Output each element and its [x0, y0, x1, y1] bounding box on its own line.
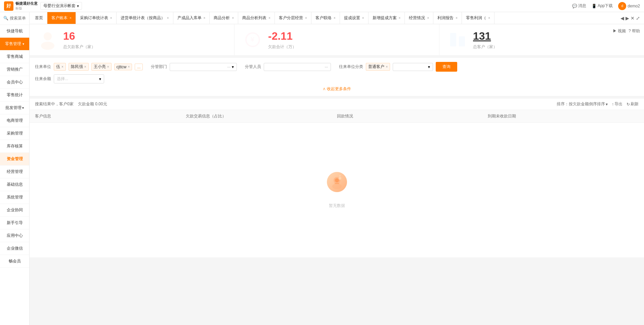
tab-close-icon[interactable]: ×: [167, 16, 169, 20]
sidebar-item-inventory[interactable]: 库存核算: [0, 140, 29, 153]
svg-text:¥: ¥: [250, 36, 255, 43]
stat-icon-building: [447, 30, 468, 50]
empty-text: 暂无数据: [329, 203, 345, 209]
top-bar-left: 好 畅捷通好生意 标版 母婴行业演示帐套 ▾: [4, 1, 82, 11]
sidebar-item-marketing[interactable]: 营销推广: [0, 63, 29, 76]
filter-more-btn[interactable]: ...: [135, 64, 143, 70]
sidebar-item-quick-nav[interactable]: 快捷导航: [0, 25, 29, 38]
sidebar-item-retail-manage[interactable]: 零售管理 ▾: [0, 38, 29, 50]
tab-close-icon[interactable]: ×: [110, 16, 112, 20]
video-help-btn[interactable]: ▶ 视频: [613, 28, 626, 34]
refresh-btn[interactable]: ↻ 刷新: [627, 101, 639, 107]
search-button[interactable]: 查询: [436, 62, 457, 72]
chevron-down-icon: ▾: [428, 65, 430, 69]
sidebar-item-ecommerce[interactable]: 电商管理: [0, 114, 29, 127]
table-header: 客户信息 欠款交易信息（占比） 回款情况 到期未收款日期: [30, 110, 644, 123]
tab-close-icon[interactable]: ×: [232, 16, 234, 20]
tab-close-all-icon[interactable]: ✕: [631, 15, 635, 21]
sidebar-item-enterprise-coop[interactable]: 企业协同: [0, 204, 29, 217]
more-options-icon: ···: [325, 65, 328, 69]
user-area[interactable]: d demo2: [618, 2, 640, 10]
help-btn[interactable]: ? 帮助: [629, 28, 640, 34]
tab-fullscreen-icon[interactable]: ⤢: [636, 15, 640, 21]
tab-add-commission-plan[interactable]: 新增提成方案 ×: [369, 12, 405, 24]
tab-close-icon[interactable]: ×: [456, 16, 458, 20]
app-download-btn[interactable]: 📱 App下载: [592, 3, 613, 9]
tab-prev-icon[interactable]: ◀: [620, 15, 624, 21]
tab-home[interactable]: 首页: [31, 12, 47, 24]
tab-close-icon[interactable]: ×: [362, 16, 364, 20]
tab-business-status[interactable]: 经营情况 ×: [405, 12, 433, 24]
message-btn[interactable]: 💬 消息: [572, 3, 586, 9]
content-area: 首页 客户账本 × 采购订单统计表 × 进货单统计表（按商品） × 产成品入库单…: [30, 12, 644, 325]
sidebar-item-finance[interactable]: 资金管理: [0, 153, 29, 166]
sidebar-item-app-center[interactable]: 应用中心: [0, 229, 29, 242]
filter-tag-close[interactable]: ×: [107, 65, 109, 69]
tab-close-icon[interactable]: ×: [427, 16, 429, 20]
tab-close-icon[interactable]: ×: [268, 16, 270, 20]
tab-goods-stats[interactable]: 进货单统计表（按商品） ×: [117, 12, 173, 24]
sidebar-item-new-guide[interactable]: 新手引导: [0, 217, 29, 229]
avatar: d: [618, 2, 626, 10]
filter-person-label: 分管人员: [245, 64, 261, 70]
tab-customer-tier[interactable]: 客户分层经营 ×: [275, 12, 311, 24]
tab-production-inbound[interactable]: 产成品入库单 ×: [173, 12, 210, 24]
tab-profit-report[interactable]: 利润报告 ×: [433, 12, 462, 24]
sort-selector[interactable]: 排序：按欠款金额倒序排序 ▾: [557, 101, 608, 107]
tab-commission-settings[interactable]: 提成设置 ×: [340, 12, 369, 24]
tab-product-analysis-list[interactable]: 商品分析列表 ×: [238, 12, 275, 24]
tab-close-icon[interactable]: ×: [399, 16, 401, 20]
sidebar-search[interactable]: 🔍 搜索菜单: [0, 12, 29, 25]
sidebar-item-member-center[interactable]: 会员中心: [0, 76, 29, 89]
filter-category-select[interactable]: ▾: [393, 63, 433, 71]
stat-label-total-customers: 总客户（家）: [473, 44, 636, 50]
empty-state: 暂无数据: [303, 152, 371, 229]
filter-category-close[interactable]: ×: [386, 65, 388, 69]
chevron-down-icon: ▾: [22, 106, 24, 110]
filter-tag-1[interactable]: 伍 ×: [54, 63, 66, 71]
filter-dept-select[interactable]: ··· ▾: [170, 63, 237, 71]
filter-tag-close[interactable]: ×: [61, 65, 63, 69]
sidebar-item-wholesale[interactable]: 批发管理 ▾: [0, 102, 29, 114]
sidebar-item-retail-shop[interactable]: 零售商城: [0, 50, 29, 63]
filter-category-tag[interactable]: 普通客户 ×: [366, 63, 390, 71]
tab-product-analysis[interactable]: 商品分析 ×: [210, 12, 238, 24]
tab-close-icon[interactable]: ×: [305, 16, 307, 20]
sidebar-item-operation[interactable]: 经营管理: [0, 166, 29, 178]
tab-close-icon[interactable]: ×: [204, 16, 206, 20]
sidebar-item-system[interactable]: 系统管理: [0, 191, 29, 204]
svg-point-14: [339, 177, 341, 180]
svg-rect-13: [335, 183, 339, 184]
collapse-filters-btn[interactable]: ∧ 收起更多条件: [35, 86, 639, 92]
sidebar-item-basic-info[interactable]: 基础信息: [0, 178, 29, 191]
col-repayment: 回款情况: [337, 113, 488, 119]
filter-tag-3[interactable]: 王小亮 ×: [91, 63, 112, 71]
tab-next-icon[interactable]: ▶: [626, 15, 629, 21]
stats-row: 16 总欠款客户（家） ¥ -2.11 欠款合计（万）: [30, 24, 644, 55]
tab-customer-contact[interactable]: 客户联络 ×: [311, 12, 340, 24]
chevron-down-icon: ▾: [232, 65, 234, 69]
store-selector[interactable]: 母婴行业演示帐套 ▾: [40, 2, 82, 10]
tab-close-icon[interactable]: ×: [70, 16, 72, 20]
sidebar-item-purchase[interactable]: 采购管理: [0, 127, 29, 140]
filter-tag-close[interactable]: ×: [128, 65, 130, 69]
filter-tag-2[interactable]: 陈民强 ×: [69, 63, 89, 71]
sidebar-item-retail-stats[interactable]: 零售统计: [0, 89, 29, 102]
sidebar-item-member[interactable]: 畅会员: [0, 255, 29, 268]
stat-icon-customers: [38, 30, 58, 50]
tab-close-icon[interactable]: ×: [488, 16, 490, 20]
tab-retail-profit[interactable]: 零售利润（ ×: [462, 12, 495, 24]
tab-customer-ledger[interactable]: 客户账本 ×: [47, 12, 76, 24]
filter-person-select[interactable]: ···: [264, 63, 331, 71]
chevron-up-icon: ∧: [323, 86, 326, 91]
tab-close-icon[interactable]: ×: [334, 16, 336, 20]
filter-tag-4[interactable]: cjttcw ×: [114, 64, 132, 70]
stat-card-debt-total: ¥ -2.11 欠款合计（万）: [234, 24, 439, 55]
filter-balance-select[interactable]: 选择... ▾: [54, 74, 104, 83]
tab-purchase-order-stats[interactable]: 采购订单统计表 ×: [76, 12, 117, 24]
message-icon: 💬: [572, 4, 577, 8]
export-btn[interactable]: ↑ 导出: [612, 101, 622, 107]
chevron-down-icon: ▾: [23, 42, 24, 46]
sidebar-item-enterprise-wechat[interactable]: 企业微信: [0, 242, 29, 255]
filter-tag-close[interactable]: ×: [84, 65, 86, 69]
